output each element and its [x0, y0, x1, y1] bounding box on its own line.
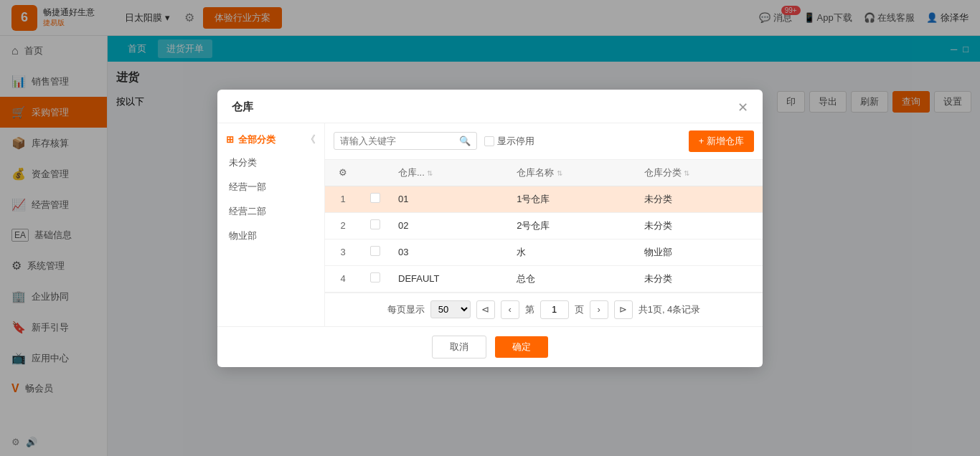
row-index: 3: [325, 239, 361, 265]
gear-icon: ⚙: [339, 167, 347, 178]
modal-pagination: 每页显示 50 100 200 ⊲ ‹ 第 页 › ⊳ 共1页, 4条记录: [325, 293, 763, 326]
row-name: 1号仓库: [508, 186, 635, 212]
total-info: 共1页, 4条记录: [639, 303, 701, 316]
sort-icon3: ⇅: [684, 169, 689, 177]
category-item-unclassified[interactable]: 未分类: [217, 151, 324, 175]
search-icon: 🔍: [459, 136, 471, 146]
sort-icon: ⇅: [427, 169, 433, 177]
th-code: 仓库... ⇅: [390, 160, 508, 186]
last-page-btn[interactable]: ⊳: [614, 300, 633, 319]
table-body: 1 01 1号仓库 未分类 2 02 2号仓库: [325, 186, 763, 292]
th-gear[interactable]: ⚙: [325, 160, 361, 186]
warehouse-table: ⚙ 仓库... ⇅ 仓库名称 ⇅: [325, 160, 763, 293]
row-code: 02: [390, 212, 508, 239]
category-item-property[interactable]: 物业部: [217, 224, 324, 248]
row-category: 未分类: [636, 265, 763, 292]
row-index: 4: [325, 265, 361, 292]
content-toolbar: 🔍 显示停用 + 新增仓库: [325, 123, 763, 160]
modal-overlay: 仓库 ✕ ⊞ 全部分类 《 未分类 经营一部 经营二部 物业部: [0, 0, 980, 456]
row-code: DEFAULT: [390, 265, 508, 292]
page-input[interactable]: [540, 300, 569, 319]
row-name: 水: [508, 239, 635, 265]
first-page-btn[interactable]: ⊲: [476, 300, 495, 319]
content-panel: 🔍 显示停用 + 新增仓库 ⚙: [325, 123, 763, 326]
table-row[interactable]: 2 02 2号仓库 未分类: [325, 212, 763, 239]
modal-table: ⚙ 仓库... ⇅ 仓库名称 ⇅: [325, 160, 763, 293]
search-input[interactable]: [340, 136, 455, 146]
page-suffix: 页: [575, 303, 584, 316]
modal-close-button[interactable]: ✕: [738, 100, 748, 115]
per-page-label: 每页显示: [387, 303, 425, 316]
warehouse-modal: 仓库 ✕ ⊞ 全部分类 《 未分类 经营一部 经营二部 物业部: [217, 90, 763, 367]
category-item-ops2[interactable]: 经营二部: [217, 199, 324, 224]
prev-page-btn[interactable]: ‹: [501, 300, 519, 319]
row-category: 物业部: [636, 239, 763, 265]
search-box: 🔍: [334, 132, 477, 150]
row-category: 未分类: [636, 212, 763, 239]
row-checkbox[interactable]: [370, 246, 380, 256]
page-label: 第: [525, 303, 534, 316]
cancel-button[interactable]: 取消: [432, 336, 486, 358]
table-row[interactable]: 3 03 水 物业部: [325, 239, 763, 265]
show-disabled-label: 显示停用: [497, 135, 534, 148]
row-index: 1: [325, 186, 361, 212]
row-category: 未分类: [636, 186, 763, 212]
sort-icon2: ⇅: [557, 169, 562, 177]
row-check[interactable]: [361, 186, 390, 212]
modal-footer: 取消 确定: [217, 326, 763, 367]
row-code: 01: [390, 186, 508, 212]
modal-header: 仓库 ✕: [217, 90, 763, 123]
category-header: ⊞ 全部分类 《: [217, 129, 324, 151]
th-category: 仓库分类 ⇅: [636, 160, 763, 186]
row-name: 总仓: [508, 265, 635, 292]
modal-title: 仓库: [232, 100, 253, 114]
row-check[interactable]: [361, 239, 390, 265]
confirm-button[interactable]: 确定: [495, 336, 548, 358]
row-index: 2: [325, 212, 361, 239]
collapse-icon[interactable]: 《: [306, 133, 316, 146]
per-page-select[interactable]: 50 100 200: [430, 300, 471, 318]
row-check[interactable]: [361, 212, 390, 239]
table-row[interactable]: 1 01 1号仓库 未分类: [325, 186, 763, 212]
category-item-ops1[interactable]: 经营一部: [217, 175, 324, 199]
category-panel: ⊞ 全部分类 《 未分类 经营一部 经营二部 物业部: [217, 123, 325, 326]
row-checkbox[interactable]: [370, 193, 380, 203]
row-checkbox[interactable]: [370, 272, 380, 282]
row-checkbox[interactable]: [370, 219, 380, 229]
row-code: 03: [390, 239, 508, 265]
all-category-item[interactable]: ⊞ 全部分类: [226, 133, 275, 146]
grid-icon: ⊞: [226, 134, 234, 145]
modal-body: ⊞ 全部分类 《 未分类 经营一部 经营二部 物业部 🔍: [217, 123, 763, 326]
show-disabled-checkbox[interactable]: [484, 136, 494, 146]
row-check[interactable]: [361, 265, 390, 292]
show-disabled-area: 显示停用: [484, 135, 534, 148]
row-name: 2号仓库: [508, 212, 635, 239]
table-row[interactable]: 4 DEFAULT 总仓 未分类: [325, 265, 763, 292]
th-name: 仓库名称 ⇅: [508, 160, 635, 186]
table-header: ⚙ 仓库... ⇅ 仓库名称 ⇅: [325, 160, 763, 186]
add-warehouse-button[interactable]: + 新增仓库: [689, 130, 754, 152]
th-check: [361, 160, 390, 186]
next-page-btn[interactable]: ›: [590, 300, 608, 319]
all-category-label: 全部分类: [238, 133, 275, 146]
